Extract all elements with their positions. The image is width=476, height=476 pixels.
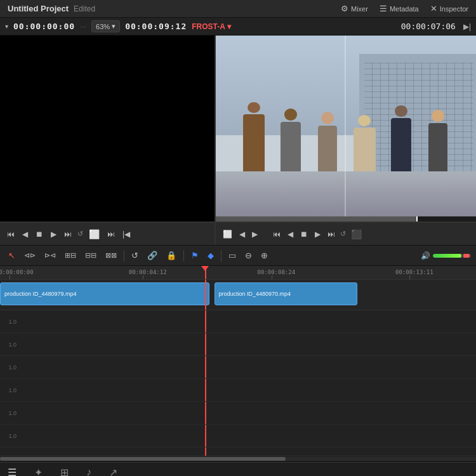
- ruler-tick: [409, 275, 410, 279]
- rect-tool[interactable]: ▭: [225, 249, 239, 261]
- add-tool[interactable]: ⊕: [258, 249, 271, 261]
- ruler-label: 00:00:13:11: [395, 269, 433, 275]
- audio-track-label-5: 1.0: [0, 433, 19, 439]
- monitor-toggle-btn[interactable]: ⬜: [87, 228, 102, 240]
- audio-track-label-4: 1.0: [0, 410, 19, 416]
- trim-tool1[interactable]: ⊲⊳: [21, 250, 39, 261]
- step-back-btn[interactable]: ◀: [20, 229, 30, 239]
- color-label: FROST-A ▾: [192, 22, 231, 31]
- remove-tool[interactable]: ⊖: [242, 249, 255, 261]
- mixer-menu-item[interactable]: ⚙ Mixer: [341, 4, 368, 13]
- bottom-tab-icons: ☰ ✦ ⊞ ♪ ↗: [5, 465, 120, 476]
- effects-tab[interactable]: ✦: [32, 465, 45, 476]
- audio-playhead-6: [205, 447, 206, 456]
- program-monitor: [216, 36, 476, 221]
- volume-bar[interactable]: [433, 254, 471, 258]
- loop-btn[interactable]: ↺: [77, 230, 83, 238]
- separator-1: [124, 250, 124, 261]
- skip-to-start-btn[interactable]: ⏮: [5, 229, 17, 239]
- options-dots[interactable]: ···: [80, 22, 86, 31]
- volume-fill: [433, 254, 461, 258]
- inspector-label: Inspector: [440, 5, 468, 13]
- monitor-progress-head: [416, 216, 418, 221]
- clip-1[interactable]: production ID_4480979.mp4: [0, 282, 209, 305]
- multi-trim[interactable]: ⊞⊟: [62, 250, 79, 261]
- prog-play[interactable]: ▶: [313, 229, 322, 239]
- program-video: [216, 36, 476, 216]
- ruler-tick: [143, 275, 143, 279]
- undo-tool[interactable]: ↺: [128, 249, 142, 261]
- title-bar: Untitled Project Edited ⚙ Mixer ☰ Metada…: [0, 0, 476, 18]
- ruler-label: 00:00:04:12: [129, 269, 167, 275]
- audio-playhead-4: [205, 402, 206, 424]
- zoom-level-display[interactable]: 63% ▾: [91, 20, 120, 32]
- timeline-ruler: 00:00:00:0000:00:04:1200:00:08:2400:00:1…: [0, 266, 476, 280]
- skip-next-btn[interactable]: ⏭: [105, 229, 117, 239]
- program-nav-fwd[interactable]: ▶: [250, 229, 260, 239]
- timeline-tab[interactable]: ☰: [5, 465, 19, 476]
- lock-tool[interactable]: 🔒: [163, 249, 180, 261]
- monitor-progress: [216, 216, 476, 221]
- program-nav-back[interactable]: ◀: [237, 229, 247, 239]
- prog-step-back[interactable]: ◀: [286, 229, 295, 239]
- prog-fullscreen[interactable]: ⬛: [349, 228, 364, 240]
- music-tab[interactable]: ♪: [84, 465, 94, 476]
- audio-tracks: 1.01.01.01.01.01.01.0: [0, 310, 476, 456]
- video-track: production ID_4480979.mp4 production ID_…: [0, 280, 476, 310]
- zoom-value: 63%: [96, 23, 110, 30]
- volume-icon[interactable]: 🔊: [421, 251, 430, 260]
- project-title: Untitled Project: [8, 4, 69, 13]
- roll-trim[interactable]: ⊟⊟: [82, 250, 100, 261]
- transitions-tab[interactable]: ⊞: [58, 465, 71, 476]
- mark-btn[interactable]: |◀: [121, 229, 132, 239]
- timeline-scrollbar[interactable]: [0, 456, 476, 462]
- clip-2[interactable]: production ID_4480970.mp4: [215, 282, 357, 305]
- separator-2: [183, 250, 184, 261]
- prog-loop[interactable]: ↺: [340, 230, 346, 238]
- flag-tool[interactable]: ⚑: [188, 249, 202, 261]
- tools-bar: ↖ ⊲⊳ ⊳⊲ ⊞⊟ ⊟⊟ ⊠⊠ ↺ 🔗 🔒 ⚑ ◆ ▭ ⊖ ⊕ 🔊: [0, 246, 476, 266]
- title-bar-right: ⚙ Mixer ☰ Metadata ✕ Inspector: [341, 4, 468, 13]
- trim-tool2[interactable]: ⊳⊲: [41, 250, 59, 261]
- play-btn[interactable]: ▶: [49, 229, 58, 239]
- edited-label: Edited: [74, 4, 95, 13]
- timeline-area: production ID_4480979.mp4 production ID_…: [0, 280, 476, 456]
- prog-skip-start[interactable]: ⏮: [271, 229, 282, 239]
- link-tool[interactable]: 🔗: [144, 249, 161, 261]
- prog-stop[interactable]: ⏹: [298, 229, 310, 239]
- select-tool[interactable]: ↖: [5, 249, 18, 261]
- source-chevron[interactable]: ▾: [5, 23, 8, 30]
- share-tab[interactable]: ↗: [107, 465, 120, 476]
- position-timecode: 00:00:07:06: [401, 22, 456, 31]
- audio-playhead-2: [205, 356, 206, 378]
- mixer-icon: ⚙: [341, 4, 348, 13]
- volume-knob: [463, 254, 470, 258]
- scrollbar-track: [0, 457, 476, 461]
- source-timecode: 00:00:00:00: [13, 22, 75, 31]
- audio-track-1: 1.0: [0, 333, 476, 356]
- program-monitor-btn[interactable]: ⬜: [221, 229, 234, 239]
- skip-to-end-btn[interactable]: ⏭: [62, 229, 74, 239]
- timecode-bar: ▾ 00:00:00:00 ··· 63% ▾ 00:00:09:12 FROS…: [0, 18, 476, 36]
- frost-chevron: ▾: [227, 22, 231, 31]
- clip-1-label: production ID_4480979.mp4: [4, 291, 77, 297]
- scrollbar-thumb[interactable]: [0, 457, 286, 461]
- stop-btn[interactable]: ⏹: [34, 229, 45, 239]
- program-timecode: 00:00:09:12: [125, 22, 187, 31]
- video-playhead-line: [345, 36, 346, 216]
- metadata-menu-item[interactable]: ☰ Metadata: [380, 4, 419, 13]
- video-scene: [216, 36, 476, 216]
- slip-tool[interactable]: ⊠⊠: [102, 250, 120, 261]
- audio-playhead-1: [205, 333, 206, 355]
- source-black-screen: [0, 36, 215, 221]
- audio-playhead-0: [205, 310, 206, 333]
- prog-skip-end[interactable]: ⏭: [326, 229, 337, 239]
- ruler-tick: [272, 275, 272, 279]
- metadata-icon: ☰: [380, 4, 387, 13]
- mixer-label: Mixer: [351, 5, 368, 13]
- bottom-bar: ☰ ✦ ⊞ ♪ ↗: [0, 462, 476, 476]
- ruler-label: 00:00:08:24: [258, 269, 296, 275]
- color-tool[interactable]: ◆: [204, 249, 217, 261]
- audio-playhead-3: [205, 379, 206, 401]
- inspector-menu-item[interactable]: ✕ Inspector: [430, 4, 468, 13]
